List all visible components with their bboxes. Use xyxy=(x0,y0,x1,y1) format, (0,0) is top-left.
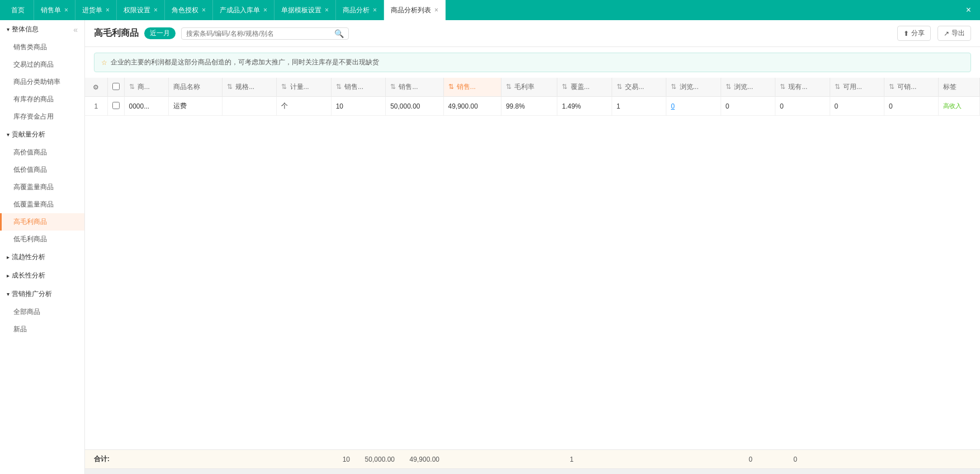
col-header-coverage[interactable]: ⇅ 覆盖... xyxy=(557,78,612,97)
total-label: 合计: xyxy=(94,454,110,464)
sidebar-group-trend[interactable]: ▸ 流趋性分析 xyxy=(0,248,84,266)
col-header-sales1[interactable]: ⇅ 销售... xyxy=(331,78,385,97)
sort-icon: ⇅ xyxy=(448,83,454,91)
col-header-sales3[interactable]: ⇅ 销售... xyxy=(443,78,501,97)
tab-close-icon[interactable]: × xyxy=(106,6,110,14)
col-header-stock1[interactable]: ⇅ 现有... xyxy=(775,78,830,97)
sidebar: ▾ 整体信息 « 销售类商品 交易过的商品 商品分类助销率 有库存的商品 库存资… xyxy=(0,20,85,474)
chevron-down-icon: ▾ xyxy=(7,291,10,297)
export-icon: ↗ xyxy=(944,30,949,37)
content-area: 高毛利商品 近一月 🔍 ⬆ 分享 ↗ 导出 ☆ 企业的主要的利润都是这部分商品创… xyxy=(85,20,980,474)
info-banner: ☆ 企业的主要的利润都是这部分商品创造的，可考虑加大推广，同时关注库存是不要出现… xyxy=(94,53,971,72)
sort-icon: ⇅ xyxy=(726,83,731,91)
footer-empty8 xyxy=(489,456,533,463)
tab-label: 销售单 xyxy=(41,6,61,15)
sidebar-group-marketing[interactable]: ▾ 营销推广分析 xyxy=(0,285,84,303)
sidebar-group-overall[interactable]: ▾ 整体信息 « xyxy=(0,20,84,39)
sidebar-item-all-products[interactable]: 全部商品 xyxy=(0,303,84,321)
tab-role-auth[interactable]: 角色授权 × xyxy=(165,0,213,20)
sidebar-group-contribution[interactable]: ▾ 贡献量分析 xyxy=(0,125,84,144)
select-all-checkbox[interactable] xyxy=(112,83,120,90)
col-header-num: ⚙ xyxy=(85,78,107,97)
share-button[interactable]: ⬆ 分享 xyxy=(897,26,931,41)
tab-close-icon[interactable]: × xyxy=(64,6,68,14)
col-header-name[interactable]: 商品名称 xyxy=(169,78,222,97)
row-checkbox[interactable] xyxy=(112,102,120,109)
tab-close-icon[interactable]: × xyxy=(325,6,329,14)
col-header-transaction[interactable]: ⇅ 交易... xyxy=(612,78,666,97)
sidebar-item-sales-products[interactable]: 销售类商品 xyxy=(0,39,84,56)
col-header-browse2[interactable]: ⇅ 浏览... xyxy=(721,78,775,97)
sidebar-item-low-value[interactable]: 低价值商品 xyxy=(0,161,84,179)
sort-icon: ⇅ xyxy=(129,83,135,91)
sidebar-item-high-coverage[interactable]: 高覆盖量商品 xyxy=(0,179,84,196)
sidebar-item-category-rate[interactable]: 商品分类助销率 xyxy=(0,73,84,91)
tab-product-analysis[interactable]: 商品分析 × xyxy=(336,0,384,20)
tab-close-icon[interactable]: × xyxy=(263,6,267,14)
tab-close-icon[interactable]: × xyxy=(373,6,377,14)
cell-name: 运费 xyxy=(169,97,222,116)
sidebar-group-growth[interactable]: ▸ 成长性分析 xyxy=(0,266,84,285)
chevron-down-icon: ▾ xyxy=(7,26,10,32)
tab-permission[interactable]: 权限设置 × xyxy=(117,0,165,20)
data-table: ⚙ ⇅ 商... 商品名称 ⇅ xyxy=(85,78,980,116)
footer-empty2 xyxy=(136,456,153,463)
col-header-sales2[interactable]: ⇅ 销售... xyxy=(386,78,443,97)
cell-code: 0000... xyxy=(124,97,169,116)
col-header-stock2[interactable]: ⇅ 可用... xyxy=(830,78,884,97)
sidebar-item-low-margin[interactable]: 低毛利商品 xyxy=(0,231,84,248)
chevron-right-icon: ▸ xyxy=(7,254,10,260)
tab-close-icon[interactable]: × xyxy=(154,6,158,14)
tab-label: 权限设置 xyxy=(124,6,150,15)
sidebar-item-in-stock[interactable]: 有库存的商品 xyxy=(0,91,84,108)
sidebar-group-label: 整体信息 xyxy=(12,25,39,34)
settings-icon[interactable]: ⚙ xyxy=(93,83,99,91)
export-label: 导出 xyxy=(951,29,965,38)
chevron-right-icon: ▸ xyxy=(7,273,10,279)
search-box: 🔍 xyxy=(181,27,349,40)
sidebar-item-new-products[interactable]: 新品 xyxy=(0,321,84,338)
footer-empty11 xyxy=(667,456,712,463)
horizontal-scrollbar[interactable] xyxy=(85,468,980,474)
tab-product-warehouse[interactable]: 产成品入库单 × xyxy=(213,0,274,20)
window-close-icon[interactable]: × xyxy=(959,5,978,15)
period-button[interactable]: 近一月 xyxy=(144,27,176,39)
tab-template[interactable]: 单据模板设置 × xyxy=(274,0,336,20)
tab-home[interactable]: 首页 xyxy=(2,0,34,20)
col-header-code[interactable]: ⇅ 商... xyxy=(124,78,169,97)
col-header-gross-rate[interactable]: ⇅ 毛利率 xyxy=(501,78,557,97)
cell-browse1[interactable]: 0 xyxy=(666,97,721,116)
sidebar-item-low-coverage[interactable]: 低覆盖量商品 xyxy=(0,196,84,213)
col-header-tag[interactable]: 标签 xyxy=(939,78,980,97)
info-icon: ☆ xyxy=(101,59,107,67)
footer-empty7 xyxy=(444,456,489,463)
cell-num: 1 xyxy=(85,97,107,116)
footer-empty3 xyxy=(153,456,187,463)
footer-stock3: 0 xyxy=(757,456,802,463)
tab-close-icon[interactable]: × xyxy=(202,6,206,14)
share-icon: ⬆ xyxy=(903,30,909,37)
cell-stock2: 0 xyxy=(830,97,884,116)
search-input[interactable] xyxy=(186,30,334,37)
sidebar-group-label: 贡献量分析 xyxy=(12,130,45,139)
sidebar-item-traded-products[interactable]: 交易过的商品 xyxy=(0,56,84,73)
cell-stock1: 0 xyxy=(775,97,830,116)
chevron-down-icon: ▾ xyxy=(7,132,10,138)
col-header-browse1[interactable]: ⇅ 浏览... xyxy=(666,78,721,97)
col-header-spec[interactable]: ⇅ 规格... xyxy=(222,78,276,97)
sidebar-item-high-value[interactable]: 高价值商品 xyxy=(0,144,84,161)
tab-close-icon[interactable]: × xyxy=(434,6,438,14)
tab-purchase-order[interactable]: 进货单 × xyxy=(75,0,117,20)
footer-empty9 xyxy=(578,456,623,463)
sort-icon: ⇅ xyxy=(835,83,840,91)
sidebar-item-high-margin[interactable]: 高毛利商品 xyxy=(0,213,84,231)
collapse-sidebar-icon[interactable]: « xyxy=(73,25,78,34)
footer-transaction: 1 xyxy=(533,456,578,463)
tab-product-analysis-list[interactable]: 商品分析列表 × xyxy=(384,0,446,20)
tab-sales-order[interactable]: 销售单 × xyxy=(34,0,75,20)
col-header-stock3[interactable]: ⇅ 可销... xyxy=(884,78,938,97)
col-header-unit[interactable]: ⇅ 计量... xyxy=(277,78,331,97)
sidebar-item-stock-capital[interactable]: 库存资金占用 xyxy=(0,108,84,125)
export-button[interactable]: ↗ 导出 xyxy=(938,26,971,41)
search-icon[interactable]: 🔍 xyxy=(334,29,344,38)
